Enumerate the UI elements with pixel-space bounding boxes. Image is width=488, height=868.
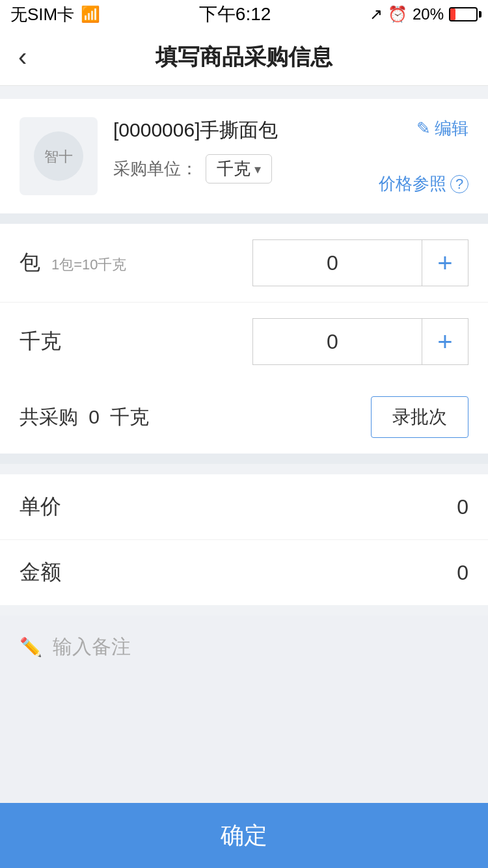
kg-plus-button[interactable]: + <box>422 318 468 365</box>
svg-text:智十: 智十 <box>44 148 73 165</box>
kg-label: 千克 <box>20 329 61 353</box>
remark-placeholder: 输入备注 <box>53 634 131 660</box>
unit-label: 采购单位： <box>113 157 198 180</box>
summary-amount: 0 <box>88 406 100 427</box>
unit-value: 千克 <box>217 157 251 180</box>
status-left: 无SIM卡 📶 <box>10 3 100 26</box>
unit-price-row: 单价 0 <box>0 474 488 540</box>
unit-price-label: 单价 <box>20 493 61 521</box>
bao-label-group: 包 1包=10千克 <box>20 249 126 277</box>
section-divider-2 <box>0 454 488 464</box>
location-icon: ↗ <box>370 5 383 23</box>
amount-value: 0 <box>457 561 468 585</box>
edit-button[interactable]: ✎ 编辑 <box>416 117 468 140</box>
bao-plus-button[interactable]: + <box>422 239 468 286</box>
status-right: ↗ ⏰ 20% <box>370 5 478 23</box>
confirm-button[interactable]: 确定 <box>0 803 488 868</box>
price-section: 单价 0 金额 0 <box>0 474 488 605</box>
time-label: 下午6:12 <box>199 2 271 27</box>
alarm-icon: ⏰ <box>388 5 407 23</box>
product-name: [0000006]手撕面包 <box>113 117 468 144</box>
bao-input-right: + <box>252 239 468 286</box>
summary-row: 共采购 0 千克 录批次 <box>0 381 488 454</box>
section-divider-1 <box>0 213 488 224</box>
price-ref-button[interactable]: 价格参照 ? <box>379 172 468 195</box>
kg-input-row: 千克 + <box>0 303 488 381</box>
help-icon: ? <box>450 175 468 193</box>
bao-input-row: 包 1包=10千克 + <box>0 224 488 303</box>
remark-section[interactable]: ✏️ 输入备注 <box>0 616 488 679</box>
page-title: 填写商品采购信息 <box>156 42 332 72</box>
batch-button[interactable]: 录批次 <box>371 396 468 438</box>
kg-input-right: + <box>252 318 468 365</box>
wifi-icon: 📶 <box>81 5 100 23</box>
amount-label: 金额 <box>20 558 61 587</box>
pencil-icon: ✏️ <box>20 636 42 658</box>
unit-selector[interactable]: 千克 ▾ <box>206 154 272 183</box>
kg-quantity-input[interactable] <box>252 318 422 365</box>
input-section: 包 1包=10千克 + 千克 + <box>0 224 488 381</box>
bao-quantity-input[interactable] <box>252 239 422 286</box>
summary-text: 共采购 0 千克 <box>20 404 149 431</box>
nav-bar: ‹ 填写商品采购信息 <box>0 29 488 86</box>
edit-icon: ✎ <box>416 118 431 139</box>
status-bar: 无SIM卡 📶 下午6:12 ↗ ⏰ 20% <box>0 0 488 29</box>
battery-percent: 20% <box>413 5 444 23</box>
battery-icon <box>449 7 478 21</box>
bao-label: 包 <box>20 251 40 274</box>
dropdown-arrow-icon: ▾ <box>254 161 261 177</box>
product-image: 智十 <box>20 117 98 195</box>
bao-sublabel: 1包=10千克 <box>51 256 127 273</box>
product-logo: 智十 <box>33 130 85 182</box>
kg-label-group: 千克 <box>20 327 61 356</box>
amount-row: 金额 0 <box>0 540 488 605</box>
back-button[interactable]: ‹ <box>18 42 27 72</box>
carrier-label: 无SIM卡 <box>10 3 74 26</box>
unit-price-value: 0 <box>457 495 468 519</box>
product-card: 智十 [0000006]手撕面包 采购单位： 千克 ▾ ✎ 编辑 价格参照 ? <box>0 99 488 213</box>
battery-fill <box>450 8 455 20</box>
